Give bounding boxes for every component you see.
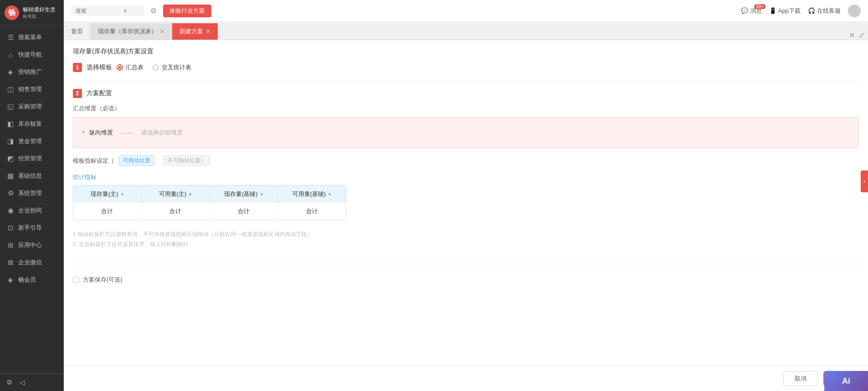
tip-item-2: 2. 点击标题栏下拉可设置排序、插入列和删除列 bbox=[73, 240, 859, 250]
stats-cell-1: 合计 bbox=[142, 203, 210, 220]
app-edition: 标准版 bbox=[23, 13, 56, 20]
save-option[interactable]: 方案保存(可选) bbox=[73, 276, 859, 284]
stats-table-body: 合计 合计 合计 合计 bbox=[73, 203, 346, 220]
sidebar-item-app-center[interactable]: ⊞ 应用中心 bbox=[0, 237, 64, 254]
sidebar-item-operations[interactable]: ◩ 经营管理 bbox=[0, 150, 64, 167]
sidebar-item-label: 采购管理 bbox=[18, 103, 42, 111]
sidebar-item-vip[interactable]: ◈ 畅会员 bbox=[0, 271, 64, 288]
user-avatar[interactable] bbox=[848, 5, 861, 17]
stats-col-3[interactable]: 可用量(基辅) ▾ bbox=[278, 185, 346, 203]
tab-expand-icon[interactable]: ⤢ bbox=[858, 31, 864, 40]
stats-col-2[interactable]: 现存量(基辅) ▾ bbox=[210, 185, 278, 203]
trial-btn[interactable]: 体验行业方案 bbox=[163, 5, 211, 17]
col-dropdown-2[interactable]: ▾ bbox=[260, 191, 263, 197]
sidebar-item-marketing[interactable]: ◈ 营销推广 bbox=[0, 63, 64, 81]
tab-inventory-status[interactable]: 现存量（库存状况表） ✕ bbox=[91, 23, 172, 40]
section-divider-2 bbox=[73, 258, 859, 259]
dim-dash: —— bbox=[121, 129, 133, 136]
sidebar-logo: 畅 畅销通好生意 标准版 bbox=[0, 0, 64, 26]
message-btn[interactable]: 💬 消息 99+ bbox=[741, 7, 762, 15]
section2-header: 2 方案配置 bbox=[73, 89, 859, 98]
stats-col-0[interactable]: 现存量(主) ▾ bbox=[73, 185, 142, 203]
online-service-label: 在线客服 bbox=[817, 7, 841, 15]
sidebar-item-label: 搜索菜单 bbox=[18, 33, 42, 41]
settings-icon[interactable]: ⚙ bbox=[6, 378, 12, 386]
topbar-search[interactable]: ▾ bbox=[71, 6, 144, 16]
sidebar-item-shortcut-nav[interactable]: ⌂ 快捷导航 bbox=[0, 46, 64, 63]
metrics-config: 统计指标 现存量(主) ▾ 可用量(主) ▾ 现存量(基辅) bbox=[73, 173, 859, 221]
sidebar-item-label: 销售管理 bbox=[18, 85, 42, 93]
section1-number: 1 bbox=[73, 63, 82, 72]
section-scheme-config: 2 方案配置 汇总维度（必选） * 纵向维度 —— 请选择分组维度 模板指标设定… bbox=[73, 89, 859, 249]
tab-new-scheme-close-icon[interactable]: ✕ bbox=[206, 28, 210, 35]
stats-cell-3: 合计 bbox=[278, 203, 346, 220]
basic-info-icon: ▦ bbox=[6, 172, 15, 180]
section2-number: 2 bbox=[73, 89, 82, 98]
sidebar-item-inventory[interactable]: ◧ 库存核算 bbox=[0, 115, 64, 133]
col-dropdown-1[interactable]: ▾ bbox=[189, 191, 192, 197]
radio-summary[interactable]: 汇总表 bbox=[117, 63, 143, 72]
save-checkbox[interactable] bbox=[73, 277, 79, 283]
topbar: ▾ ⚙ 体验行业方案 💬 消息 99+ 📱 App下载 🎧 在线客服 bbox=[64, 0, 868, 22]
guide-icon: ⊡ bbox=[6, 224, 15, 232]
radio-summary-circle bbox=[117, 64, 123, 71]
sidebar-item-enterprise-wechat[interactable]: ⊠ 企业微信 bbox=[0, 254, 64, 271]
logo-icon: 畅 bbox=[5, 5, 19, 20]
tab-close-all-icon[interactable]: ✕ bbox=[849, 31, 855, 40]
sidebar-item-enterprise[interactable]: ◉ 企业协同 bbox=[0, 202, 64, 219]
sidebar-item-search-menu[interactable]: ☰ 搜索菜单 bbox=[0, 29, 64, 46]
col-dropdown-0[interactable]: ▾ bbox=[121, 191, 124, 197]
tab-inventory-close-icon[interactable]: ✕ bbox=[160, 28, 164, 35]
sidebar-item-system[interactable]: ⚙ 系统管理 bbox=[0, 185, 64, 202]
tip-item-1: 1.拖动标题栏可以调整布局，不可跨维度或指标区域拖动（只能在同一维度或指标区域内… bbox=[73, 230, 859, 240]
metrics-label-text: 模板指标设定（ bbox=[73, 157, 114, 165]
col-label-2: 现存量(基辅) bbox=[224, 190, 258, 198]
stats-col-1[interactable]: 可用量(主) ▾ bbox=[142, 185, 210, 203]
sidebar-item-basic-info[interactable]: ▦ 基础信息 bbox=[0, 167, 64, 185]
topbar-right: 💬 消息 99+ 📱 App下载 🎧 在线客服 bbox=[741, 5, 861, 17]
col-label-3: 可用量(基辅) bbox=[292, 190, 326, 198]
ai-label: Ai bbox=[842, 376, 850, 386]
dim-name-label: 纵向维度 bbox=[89, 129, 113, 137]
radio-cross[interactable]: 交叉统计表 bbox=[153, 63, 191, 72]
col-label-1: 可用量(主) bbox=[159, 190, 187, 198]
message-icon: 💬 bbox=[741, 7, 748, 14]
section-choose-template: 1 选择模板 汇总表 交叉统计表 bbox=[73, 63, 859, 72]
topbar-gear-icon[interactable]: ⚙ bbox=[150, 6, 157, 15]
page-title: 现存量(库存状况表)方案设置 bbox=[73, 47, 859, 56]
search-dropdown-icon[interactable]: ▾ bbox=[124, 8, 127, 14]
sidebar-item-label: 系统管理 bbox=[18, 189, 42, 197]
tab-new-scheme[interactable]: 新建方案 ✕ bbox=[172, 23, 218, 40]
search-input[interactable] bbox=[76, 8, 121, 14]
app-download-btn[interactable]: 📱 App下载 bbox=[769, 7, 801, 15]
sidebar-item-new-guide[interactable]: ⊡ 新手引导 bbox=[0, 219, 64, 237]
sidebar-nav: ☰ 搜索菜单 ⌂ 快捷导航 ◈ 营销推广 ◫ 销售管理 ◱ 采购管理 ◧ 库存核… bbox=[0, 26, 64, 373]
summary-dim-label: 汇总维度（必选） bbox=[73, 104, 859, 113]
col-dropdown-3[interactable]: ▾ bbox=[328, 191, 331, 197]
tab-home[interactable]: 首页 bbox=[64, 23, 91, 40]
section2-title: 方案配置 bbox=[87, 89, 112, 98]
col-label-0: 现存量(主) bbox=[91, 190, 118, 198]
sidebar-item-label: 新手引导 bbox=[18, 224, 42, 232]
tabs-bar: 首页 现存量（库存状况表） ✕ 新建方案 ✕ ✕ ⤢ bbox=[64, 22, 868, 40]
sidebar-item-sales[interactable]: ◫ 销售管理 bbox=[0, 81, 64, 98]
wechat-icon: ⊠ bbox=[6, 258, 15, 267]
tab-home-label: 首页 bbox=[71, 27, 83, 36]
sidebar-item-purchase[interactable]: ◱ 采购管理 bbox=[0, 98, 64, 115]
sidebar: 畅 畅销通好生意 标准版 ☰ 搜索菜单 ⌂ 快捷导航 ◈ 营销推广 ◫ 销售管理… bbox=[0, 0, 64, 391]
dim-placeholder[interactable]: 请选择分组维度 bbox=[141, 129, 183, 137]
gift-icon: ◈ bbox=[6, 68, 15, 76]
help-icon[interactable]: ◁ bbox=[20, 378, 25, 386]
sidebar-item-label: 库存核算 bbox=[18, 120, 42, 128]
cancel-button[interactable]: 取消 bbox=[783, 371, 818, 386]
sidebar-item-label: 畅会员 bbox=[18, 276, 36, 284]
required-star: * bbox=[82, 129, 85, 136]
draggable-tag: 可拖动位置 bbox=[119, 155, 154, 166]
non-draggable-tag: 不可拖动位置） bbox=[163, 155, 210, 166]
sidebar-item-label: 应用中心 bbox=[18, 241, 42, 249]
sidebar-item-finance[interactable]: ◨ 资金管理 bbox=[0, 133, 64, 150]
ai-button[interactable]: Ai bbox=[824, 371, 868, 391]
right-panel-toggle[interactable]: › bbox=[861, 170, 868, 192]
save-option-label: 方案保存(可选) bbox=[83, 276, 123, 284]
online-service-btn[interactable]: 🎧 在线客服 bbox=[808, 7, 841, 15]
